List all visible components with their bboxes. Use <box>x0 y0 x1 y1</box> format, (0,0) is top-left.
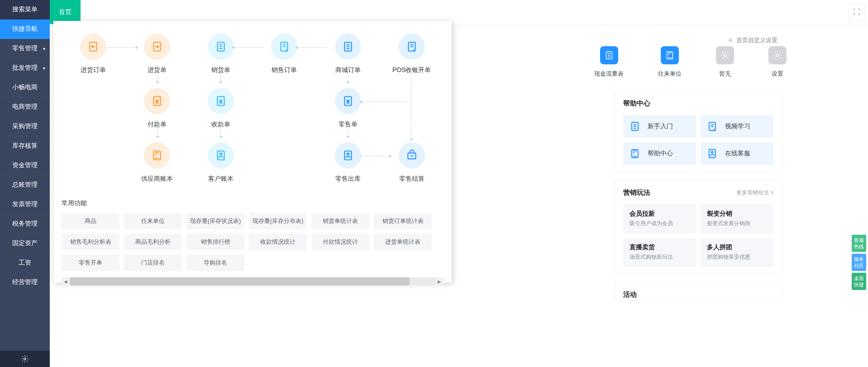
shortcut-tile-3[interactable]: 设置 <box>768 46 787 78</box>
gear-icon <box>21 355 29 363</box>
marketing-title: 直播卖货 <box>630 243 690 251</box>
sidebar-item-4[interactable]: 小畅电商 <box>0 78 50 97</box>
shortcut-tile-2[interactable]: 暂无 <box>716 46 734 78</box>
flow-node-零售结算[interactable]: 零售结算 <box>399 142 425 183</box>
shortcut-tile-0[interactable]: 现金流量表 <box>594 46 624 78</box>
chip-1[interactable]: 往来单位 <box>124 213 182 229</box>
chip-2[interactable]: 现存量(库存状况表) <box>186 213 244 229</box>
help-label: 视频学习 <box>725 122 750 130</box>
chip-7[interactable]: 商品毛利分析 <box>124 234 182 250</box>
tile-label: 往来单位 <box>658 70 682 78</box>
scroll-left[interactable]: ◀ <box>62 277 70 285</box>
marketing-title: 会员拉新 <box>630 210 690 218</box>
help-item-2[interactable]: 帮助中心 <box>623 142 696 165</box>
help-icon <box>630 148 640 159</box>
tile-icon <box>768 46 787 64</box>
sidebar-item-7[interactable]: 库存核算 <box>0 136 50 156</box>
chip-8[interactable]: 销售排行榜 <box>186 234 244 250</box>
help-label: 帮助中心 <box>648 150 673 158</box>
marketing-card-2[interactable]: 直播卖货场景式购物新玩法 <box>623 238 696 267</box>
help-label: 新手入门 <box>648 122 673 130</box>
flow-node-进货订单[interactable]: 进货订单 <box>80 34 106 74</box>
flow-node-零售出库[interactable]: 零售出库 <box>335 142 361 183</box>
content: 首页自定义设置 现金流量表往来单位暂无设置 <box>50 24 868 367</box>
chip-0[interactable]: 商品 <box>62 213 119 229</box>
tile-label: 暂无 <box>719 70 731 78</box>
flow-node-icon <box>144 142 170 169</box>
flow-node-icon <box>208 88 234 114</box>
shortcut-tile-1[interactable]: 往来单位 <box>658 46 682 78</box>
panel-help: 帮助中心 新手入门视频学习帮助中心在线客服 <box>615 91 782 172</box>
floating-badge-0[interactable]: 客服 热线 <box>852 235 866 252</box>
chip-9[interactable]: 收款情况统计 <box>249 234 307 250</box>
flow-node-客户账本[interactable]: 客户账本 <box>208 142 234 183</box>
right-column: 帮助中心 新手入门视频学习帮助中心在线客服 营销玩法 更多营销玩法 > 会员拉新… <box>615 91 782 309</box>
flow-diagram: 进货订单进货单销货单销售订单商城订单POS收银开单付款单收款单零售单供应商账本客… <box>62 34 444 197</box>
common-functions: 商品往来单位现存量(库存状况表)现存量(库存分布表)销货单统计表销货订单统计表销… <box>62 213 444 271</box>
sidebar-item-9[interactable]: 总账管理 <box>0 175 50 195</box>
panel-marketing: 营销玩法 更多营销玩法 > 会员拉新吸引用户成为会员裂变分销裂变式发展分销商直播… <box>615 180 782 274</box>
marketing-card-1[interactable]: 裂变分销裂变式发展分销商 <box>701 204 773 233</box>
sidebar-item-12[interactable]: 固定资产 <box>0 234 50 253</box>
flow-node-label: 零售结算 <box>399 175 424 183</box>
tile-icon <box>600 46 618 64</box>
flow-node-供应商账本[interactable]: 供应商账本 <box>141 142 173 183</box>
marketing-title: 多人拼团 <box>707 243 767 251</box>
sidebar-item-5[interactable]: 电商管理 <box>0 97 50 117</box>
marketing-sub: 场景式购物新玩法 <box>630 253 690 261</box>
sidebar-settings-button[interactable] <box>0 351 50 367</box>
panel-activity: 活动 <box>615 282 782 301</box>
sidebar-item-3[interactable]: 批发管理▾ <box>0 58 50 78</box>
chip-5[interactable]: 销货订单统计表 <box>374 213 432 229</box>
chip-10[interactable]: 付款情况统计 <box>311 234 369 250</box>
sidebar-item-8[interactable]: 资金管理 <box>0 156 50 175</box>
scroll-right[interactable]: ▶ <box>435 277 444 285</box>
sidebar-item-0[interactable]: 搜索菜单 <box>0 0 50 19</box>
custom-link-label: 首页自定义设置 <box>736 36 777 44</box>
chevron-down-icon: ▾ <box>43 66 45 71</box>
sidebar-item-11[interactable]: 税务管理 <box>0 214 50 234</box>
fullscreen-button[interactable]: ⛶ <box>848 4 865 21</box>
marketing-card-3[interactable]: 多人拼团拼团购物享受优惠 <box>701 238 773 267</box>
sidebar-item-2[interactable]: 零售管理▾ <box>0 39 50 58</box>
flow-node-icon <box>208 142 234 169</box>
sidebar-item-10[interactable]: 发票管理 <box>0 195 50 214</box>
sidebar-item-14[interactable]: 经营管理 <box>0 273 50 292</box>
floating-badge-2[interactable]: 桌面 快捷 <box>852 273 866 290</box>
chip-14[interactable]: 导购排名 <box>186 255 244 271</box>
flow-node-label: 供应商账本 <box>141 175 173 183</box>
home-custom-settings[interactable]: 首页自定义设置 <box>727 36 777 44</box>
sidebar-item-13[interactable]: 工资 <box>0 253 50 273</box>
panel-activity-title: 活动 <box>623 290 773 299</box>
more-marketing-link[interactable]: 更多营销玩法 > <box>736 189 773 197</box>
flow-node-销售订单[interactable]: 销售订单 <box>271 34 297 74</box>
flow-node-icon <box>271 34 297 60</box>
help-label: 在线客服 <box>725 150 750 158</box>
chip-3[interactable]: 现存量(库存分布表) <box>249 213 307 229</box>
sidebar-item-1[interactable]: 快捷导航 <box>0 19 50 39</box>
marketing-card-0[interactable]: 会员拉新吸引用户成为会员 <box>623 204 696 233</box>
flow-node-label: 客户账本 <box>208 175 234 183</box>
floating-badge-1[interactable]: 服务 社区 <box>852 254 866 271</box>
flow-node-icon <box>144 34 170 60</box>
h-scrollbar[interactable]: ◀ ▶ <box>62 277 444 285</box>
sidebar: 搜索菜单快捷导航零售管理▾批发管理▾小畅电商电商管理采购管理库存核算资金管理总账… <box>0 0 50 367</box>
flow-node-label: 进货订单 <box>81 66 106 74</box>
help-item-1[interactable]: 视频学习 <box>701 115 773 138</box>
chip-4[interactable]: 销货单统计表 <box>311 213 369 229</box>
scroll-thumb[interactable] <box>70 277 410 285</box>
help-item-0[interactable]: 新手入门 <box>623 115 696 138</box>
chip-11[interactable]: 进货单统计表 <box>374 234 432 250</box>
help-item-3[interactable]: 在线客服 <box>701 142 773 165</box>
flow-node-label: 销售订单 <box>272 66 297 74</box>
tile-label: 现金流量表 <box>594 70 624 78</box>
help-icon <box>707 148 718 159</box>
chip-6[interactable]: 销售毛利分析表 <box>62 234 119 250</box>
marketing-sub: 吸引用户成为会员 <box>630 220 690 227</box>
chip-12[interactable]: 零售开单 <box>62 255 119 271</box>
flow-node-POS收银开单[interactable]: POS收银开单 <box>392 34 431 74</box>
chip-13[interactable]: 门店排名 <box>124 255 182 271</box>
common-functions-title: 常用功能 <box>62 199 444 208</box>
scroll-track[interactable] <box>70 277 435 285</box>
sidebar-item-6[interactable]: 采购管理 <box>0 117 50 136</box>
